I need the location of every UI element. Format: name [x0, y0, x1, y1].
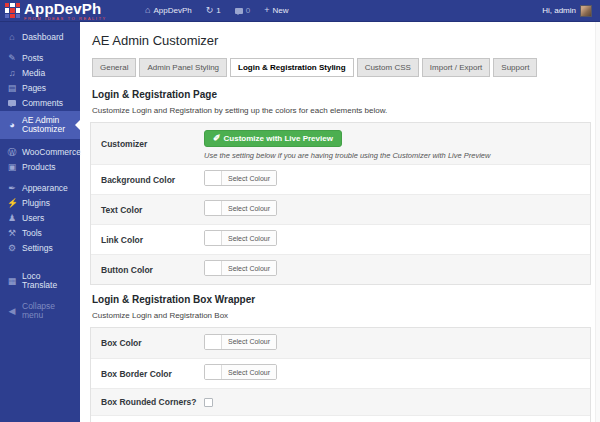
plus-icon: + — [264, 6, 269, 15]
main-content: AE Admin Customizer General Admin Panel … — [80, 22, 600, 422]
comments-count: 0 — [246, 6, 250, 15]
admin-topbar: AppDevPh FROM IDEAS TO REALITY ⌂ AppDevP… — [0, 0, 600, 22]
section-desc-login-registration-page: Customize Login and Registration by sett… — [92, 106, 591, 115]
section-desc-box-wrapper: Customize Login and Registration Box — [92, 311, 591, 320]
tab-login-registration-styling[interactable]: Login & Registration Styling — [230, 58, 354, 77]
setting-label-box-color: Box Color — [91, 338, 204, 348]
woocommerce-icon: Ⓦ — [7, 148, 17, 157]
tab-custom-css[interactable]: Custom CSS — [357, 58, 419, 77]
text-color-select-colour-button[interactable]: Select Colour — [204, 200, 277, 216]
sidebar-item-loco-translate[interactable]: ▦ Loco Translate — [0, 269, 80, 293]
sidebar-label-posts: Posts — [22, 54, 76, 63]
select-colour-label: Select Colour — [222, 335, 276, 349]
select-colour-label: Select Colour — [222, 261, 276, 275]
sidebar-item-ae-admin-customizer[interactable]: ◕ AE Admin Customizer — [0, 111, 80, 139]
sidebar-item-pages[interactable]: ▤ Pages — [0, 81, 80, 96]
topbar-updates[interactable]: ↻ 1 — [199, 0, 228, 21]
sidebar-label-comments: Comments — [22, 99, 76, 108]
setting-row-box-rounded-corners: Box Rounded Corners? — [91, 388, 590, 415]
appearance-icon: ✒ — [7, 184, 17, 193]
topbar-account[interactable]: Hi, admin — [542, 5, 600, 17]
sidebar-item-users[interactable]: ♟ Users — [0, 211, 80, 226]
sidebar-label-media: Media — [22, 69, 76, 78]
topbar-new[interactable]: + New — [257, 0, 295, 21]
setting-row-link-color: Link Color Select Colour — [91, 224, 590, 254]
background-color-select-colour-button[interactable]: Select Colour — [204, 170, 277, 186]
brush-icon: ✐ — [213, 134, 221, 143]
sidebar-item-dashboard[interactable]: ⌂ Dashboard — [0, 30, 80, 45]
sidebar-item-posts[interactable]: ✎ Posts — [0, 51, 80, 66]
sidebar-label-users: Users — [22, 214, 76, 223]
section-heading-login-registration-page: Login & Registration Page — [92, 89, 591, 100]
sidebar-label-pages: Pages — [22, 84, 76, 93]
appdevph-cube-icon — [5, 3, 20, 18]
setting-row-text-color: Text Color Select Colour — [91, 194, 590, 224]
setting-label-link-color: Link Color — [91, 235, 204, 245]
color-swatch — [205, 231, 222, 245]
plugins-icon: ⚡ — [7, 199, 17, 208]
sidebar-item-collapse-menu[interactable]: ◀ Collapse menu — [0, 299, 80, 323]
select-colour-label: Select Colour — [222, 365, 276, 379]
users-icon: ♟ — [7, 214, 17, 223]
button-color-select-colour-button[interactable]: Select Colour — [204, 260, 277, 276]
sidebar-label-collapse-menu: Collapse menu — [22, 302, 76, 320]
sidebar-label-ae-admin-customizer: AE Admin Customizer — [22, 116, 76, 134]
sidebar-label-woocommerce: WooCommerce — [22, 148, 81, 157]
color-swatch — [205, 171, 222, 185]
tab-import-export[interactable]: Import / Export — [422, 58, 490, 77]
topbar-comments[interactable]: 0 — [228, 0, 257, 21]
appdevph-logo[interactable]: AppDevPh FROM IDEAS TO REALITY — [0, 0, 138, 21]
link-color-select-colour-button[interactable]: Select Colour — [204, 230, 277, 246]
sidebar-item-products[interactable]: ▣ Products — [0, 160, 80, 175]
sidebar-item-appearance[interactable]: ✒ Appearance — [0, 181, 80, 196]
collapse-menu-icon: ◀ — [7, 307, 17, 316]
sidebar-label-dashboard: Dashboard — [22, 33, 76, 42]
tab-general[interactable]: General — [92, 58, 136, 77]
customize-live-preview-label: Customize with Live Preview — [224, 134, 333, 143]
setting-row-box-border-radius: Box Border Radius in pixels — [91, 415, 590, 422]
logo-tagline: FROM IDEAS TO REALITY — [24, 16, 107, 21]
dashboard-icon: ⌂ — [7, 33, 17, 42]
tab-admin-panel-styling[interactable]: Admin Panel Styling — [139, 58, 227, 77]
settings-icon: ⚙ — [7, 244, 17, 253]
sidebar-item-woocommerce[interactable]: Ⓦ WooCommerce — [0, 145, 80, 160]
tools-icon: ⚒ — [7, 229, 17, 238]
setting-row-background-color: Background Color Select Colour — [91, 164, 590, 194]
color-swatch — [205, 201, 222, 215]
page-title: AE Admin Customizer — [92, 33, 591, 48]
color-swatch — [205, 365, 222, 379]
pages-icon: ▤ — [7, 84, 17, 93]
customize-live-preview-button[interactable]: ✐ Customize with Live Preview — [204, 130, 342, 147]
topbar-site-label: AppDevPh — [153, 6, 191, 15]
sidebar-item-media[interactable]: ♫ Media — [0, 66, 80, 81]
customizer-help-text: Use the setting below if you are having … — [204, 151, 590, 160]
user-avatar — [580, 5, 592, 17]
wp-admin-screen: AppDevPh FROM IDEAS TO REALITY ⌂ AppDevP… — [0, 0, 600, 422]
setting-control-customizer: ✐ Customize with Live Preview Use the se… — [204, 123, 590, 164]
sidebar-item-comments[interactable]: Comments — [0, 96, 80, 111]
sidebar-item-plugins[interactable]: ⚡ Plugins — [0, 196, 80, 211]
select-colour-label: Select Colour — [222, 171, 276, 185]
sidebar-item-settings[interactable]: ⚙ Settings — [0, 241, 80, 256]
topbar-site-link[interactable]: ⌂ AppDevPh — [138, 0, 199, 21]
comments-icon — [7, 99, 17, 108]
sidebar-label-loco-translate: Loco Translate — [22, 272, 76, 290]
box-border-color-select-colour-button[interactable]: Select Colour — [204, 364, 277, 380]
updates-count: 1 — [216, 6, 220, 15]
color-swatch — [205, 335, 222, 349]
setting-label-box-border-color: Box Border Color — [91, 369, 204, 379]
logo-text: AppDevPh FROM IDEAS TO REALITY — [24, 2, 107, 21]
login-registration-page-table: Customizer ✐ Customize with Live Preview… — [90, 122, 591, 285]
scrollbar-track[interactable] — [595, 22, 600, 422]
user-greeting: Hi, admin — [542, 6, 576, 15]
sidebar-item-tools[interactable]: ⚒ Tools — [0, 226, 80, 241]
ae-admin-customizer-icon: ◕ — [7, 121, 17, 130]
setting-label-box-rounded-corners: Box Rounded Corners? — [91, 397, 204, 407]
setting-row-button-color: Button Color Select Colour — [91, 254, 590, 284]
box-color-select-colour-button[interactable]: Select Colour — [204, 334, 277, 350]
sidebar-label-appearance: Appearance — [22, 184, 76, 193]
tab-support[interactable]: Support — [493, 58, 537, 77]
sidebar-separator — [0, 256, 80, 269]
box-rounded-corners-checkbox[interactable] — [204, 398, 213, 407]
section-heading-box-wrapper: Login & Registration Box Wrapper — [92, 294, 591, 305]
